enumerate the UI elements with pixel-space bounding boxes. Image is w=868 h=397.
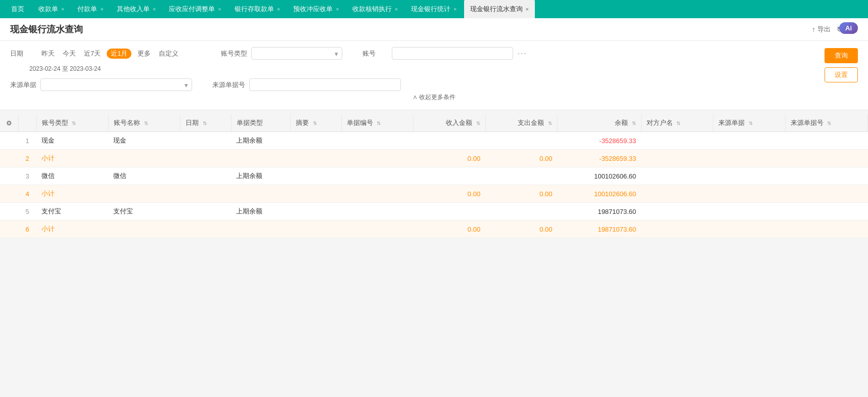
- close-icon[interactable]: ×: [277, 6, 280, 12]
- sort-icon: ⇅: [632, 120, 636, 126]
- column-doc-type[interactable]: 单据类型: [231, 114, 290, 132]
- row-counterpart: [641, 220, 713, 238]
- row-account-name: [108, 185, 180, 203]
- row-gear: [0, 203, 18, 220]
- source-doc-num-input[interactable]: [249, 78, 401, 91]
- row-counterpart: [641, 150, 713, 167]
- close-icon[interactable]: ×: [61, 6, 64, 12]
- account-input[interactable]: [392, 47, 513, 60]
- nav-tab-shoukuanhexiao[interactable]: 收款核销执行 ×: [346, 0, 404, 18]
- row-doc-type: [231, 220, 290, 238]
- sort-icon: ⇅: [676, 120, 680, 126]
- row-doc-no: [341, 220, 413, 238]
- row-balance: 19871073.60: [558, 203, 642, 220]
- query-button[interactable]: 查询: [825, 48, 858, 63]
- account-type-select-wrapper: [251, 47, 342, 60]
- gear-icon[interactable]: ⚙: [6, 119, 12, 127]
- row-gear: [0, 150, 18, 167]
- source-doc-label: 来源单据: [10, 80, 36, 90]
- row-balance: -3528659.33: [558, 150, 642, 167]
- date-btn-custom[interactable]: 自定义: [157, 49, 180, 59]
- row-summary: [291, 167, 342, 185]
- row-source-doc-no: [785, 167, 867, 185]
- row-counterpart: [641, 132, 713, 150]
- column-source-doc-no[interactable]: 来源单据号 ⇅: [785, 114, 867, 132]
- row-balance: 100102606.60: [558, 185, 642, 203]
- nav-tab-shoudan[interactable]: 收款单 ×: [32, 0, 70, 18]
- close-icon[interactable]: ×: [218, 6, 221, 12]
- collapse-button[interactable]: ∧ 收起更多条件: [10, 91, 858, 104]
- row-income: 0.00: [414, 220, 485, 238]
- column-source-doc[interactable]: 来源单据 ⇅: [713, 114, 785, 132]
- date-btn-1month[interactable]: 近1月: [107, 49, 131, 59]
- date-btn-yesterday[interactable]: 昨天: [39, 49, 57, 59]
- nav-home[interactable]: 首页: [4, 0, 31, 18]
- date-btn-more[interactable]: 更多: [135, 49, 153, 59]
- nav-tab-xianjinliushui[interactable]: 现金银行流水查询 ×: [464, 0, 535, 18]
- export-button[interactable]: ↑ 导出: [812, 25, 831, 34]
- column-row-num: [18, 114, 36, 132]
- column-date[interactable]: 日期 ⇅: [180, 114, 232, 132]
- row-source-doc: [713, 185, 785, 203]
- column-expense[interactable]: 支出金额 ⇅: [485, 114, 557, 132]
- row-account-type: 微信: [36, 167, 108, 185]
- column-account-type[interactable]: 账号类型 ⇅: [36, 114, 108, 132]
- close-icon[interactable]: ×: [153, 6, 156, 12]
- row-doc-no: [341, 150, 413, 167]
- close-icon[interactable]: ×: [100, 6, 103, 12]
- row-summary: [291, 220, 342, 238]
- row-number: 1: [18, 132, 36, 150]
- export-icon: ↑: [812, 25, 815, 33]
- settings-button[interactable]: 设置: [825, 67, 858, 82]
- column-summary[interactable]: 摘要 ⇅: [291, 114, 342, 132]
- row-doc-type: [231, 185, 290, 203]
- date-btn-7days[interactable]: 近7天: [82, 49, 103, 59]
- account-type-label: 账号类型: [221, 49, 247, 58]
- row-source-doc: [713, 167, 785, 185]
- nav-tab-qitashouru[interactable]: 其他收入单 ×: [111, 0, 162, 18]
- row-number: 4: [18, 185, 36, 203]
- row-number: 5: [18, 203, 36, 220]
- account-type-select[interactable]: [251, 47, 342, 60]
- row-account-name: 支付宝: [108, 203, 180, 220]
- table-row: 2 小计 0.00 0.00 -3528659.33: [0, 150, 868, 167]
- column-gear[interactable]: ⚙: [0, 114, 18, 132]
- nav-tab-fudan[interactable]: 付款单 ×: [71, 0, 109, 18]
- row-source-doc: [713, 203, 785, 220]
- close-icon[interactable]: ×: [453, 6, 456, 12]
- sort-icon: ⇅: [749, 120, 753, 126]
- row-doc-type: [231, 150, 290, 167]
- table-row: 4 小计 0.00 0.00 100102606.60: [0, 185, 868, 203]
- row-expense: [485, 167, 557, 185]
- close-icon[interactable]: ×: [395, 6, 398, 12]
- close-icon[interactable]: ×: [526, 6, 529, 12]
- column-balance[interactable]: 余额 ⇅: [558, 114, 642, 132]
- row-doc-no: [341, 132, 413, 150]
- row-account-type: 小计: [36, 185, 108, 203]
- account-dots-button[interactable]: ···: [517, 49, 527, 58]
- column-doc-no[interactable]: 单据编号 ⇅: [341, 114, 413, 132]
- account-label: 账号: [362, 49, 388, 58]
- table-row: 5 支付宝 支付宝 上期余额 19871073.60: [0, 203, 868, 220]
- column-income[interactable]: 收入金额 ⇅: [414, 114, 485, 132]
- table-row: 1 现金 现金 上期余额 -3528659.33: [0, 132, 868, 150]
- row-doc-no: [341, 185, 413, 203]
- close-icon[interactable]: ×: [336, 6, 339, 12]
- nav-tab-yushouchong[interactable]: 预收冲应收单 ×: [287, 0, 345, 18]
- column-account-name[interactable]: 账号名称 ⇅: [108, 114, 180, 132]
- row-summary: [291, 185, 342, 203]
- nav-tab-yinhangcunqu[interactable]: 银行存取款单 ×: [229, 0, 286, 18]
- row-expense: [485, 203, 557, 220]
- data-table-container: ⚙ 账号类型 ⇅ 账号名称 ⇅ 日期 ⇅ 单据类型: [0, 114, 868, 238]
- ai-badge[interactable]: Ai: [839, 22, 858, 34]
- row-date: [180, 185, 232, 203]
- column-counterpart[interactable]: 对方户名 ⇅: [641, 114, 713, 132]
- source-doc-num-label: 来源单据号: [212, 80, 245, 90]
- source-doc-select[interactable]: [40, 78, 192, 91]
- nav-tab-yingshoutiaozheng[interactable]: 应收应付调整单 ×: [163, 0, 227, 18]
- row-source-doc-no: [785, 220, 867, 238]
- date-btn-today[interactable]: 今天: [61, 49, 78, 59]
- date-range-display: 2023-02-24 至 2023-03-24: [29, 65, 101, 72]
- nav-tab-xianjintongji[interactable]: 现金银行统计 ×: [405, 0, 463, 18]
- row-number: 6: [18, 220, 36, 238]
